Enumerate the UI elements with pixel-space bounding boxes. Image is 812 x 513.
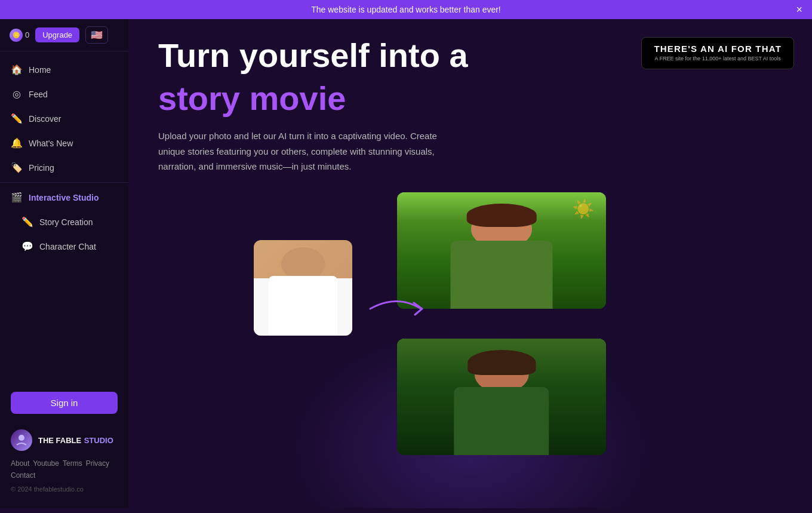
sidebar-item-pricing-label: Pricing (29, 163, 54, 173)
feed-icon: ◎ (11, 88, 23, 100)
footer-link-youtube[interactable]: Youtube (33, 459, 59, 468)
svg-point-0 (19, 435, 24, 441)
story-creation-icon: ✏️ (21, 216, 33, 228)
char-hair-top (466, 204, 537, 227)
sidebar-nav: 🏠 Home ◎ Feed ✏️ Discover 🔔 What's New 🏷… (0, 51, 128, 386)
sidebar-item-interactive-studio[interactable]: 🎬 Interactive Studio (0, 185, 128, 210)
brand-name: THE FABLE STUDIO (38, 435, 113, 446)
footer-links: About Youtube Terms Privacy Contact (0, 457, 128, 482)
result-photo-2 (397, 339, 606, 455)
footer-link-terms[interactable]: Terms (63, 459, 82, 468)
pricing-icon: 🏷️ (11, 162, 23, 173)
copyright-text: © 2024 thefablestudio.co (0, 482, 128, 496)
main-content: THERE'S AN AI FOR THAT A FREE site for t… (128, 19, 812, 508)
ai-badge-title: THERE'S AN AI FOR THAT (654, 44, 782, 54)
nav-divider (0, 182, 128, 183)
sign-in-button[interactable]: Sign in (11, 392, 118, 414)
sidebar: 🪙 0 Upgrade 🇺🇸 🏠 Home ◎ Feed ✏️ Discover… (0, 19, 128, 508)
announcement-bar: The website is updated and works better … (0, 0, 812, 19)
footer-link-privacy[interactable]: Privacy (86, 459, 109, 468)
char-body-2 (454, 387, 549, 455)
upgrade-button[interactable]: Upgrade (35, 27, 79, 42)
sidebar-item-pricing[interactable]: 🏷️ Pricing (0, 155, 128, 180)
ai-badge-subtitle: A FREE site for the 11,000+ latest and B… (654, 55, 782, 63)
brand-name-suffix: STUDIO (84, 436, 113, 445)
image-showcase: ☀️ (158, 192, 788, 455)
sidebar-item-feed-label: Feed (29, 90, 48, 99)
char-hair-2 (467, 350, 536, 375)
whats-new-icon: 🔔 (11, 137, 23, 149)
character-2 (433, 350, 570, 455)
main-layout: 🪙 0 Upgrade 🇺🇸 🏠 Home ◎ Feed ✏️ Discover… (0, 19, 812, 508)
source-photo (254, 240, 352, 336)
footer-link-contact[interactable]: Contact (11, 471, 35, 480)
sidebar-item-home-label: Home (29, 65, 51, 75)
interactive-studio-icon: 🎬 (11, 192, 23, 203)
sun-glow: ☀️ (572, 198, 594, 219)
ai-badge[interactable]: THERE'S AN AI FOR THAT A FREE site for t… (641, 37, 794, 69)
brand-logo (11, 429, 32, 451)
language-flag-button[interactable]: 🇺🇸 (85, 26, 108, 44)
character-1 (429, 204, 575, 309)
hero-subtitle: Upload your photo and let our AI turn it… (158, 128, 457, 174)
result-photo-1: ☀️ (397, 192, 606, 309)
discover-icon: ✏️ (11, 113, 23, 124)
coin-icon: 🪙 (10, 29, 23, 42)
footer-link-about[interactable]: About (11, 459, 29, 468)
forest-background-2 (397, 339, 606, 455)
sidebar-item-character-chat[interactable]: 💬 Character Chat (0, 234, 128, 259)
announcement-text: The website is updated and works better … (311, 5, 501, 14)
sidebar-item-feed[interactable]: ◎ Feed (0, 82, 128, 106)
person-silhouette (254, 240, 352, 336)
coin-count: 0 (25, 30, 29, 39)
sidebar-item-interactive-studio-label: Interactive Studio (29, 193, 99, 202)
transform-arrow (367, 291, 427, 327)
sidebar-item-character-chat-label: Character Chat (39, 242, 96, 251)
coin-display: 🪙 0 (10, 29, 29, 42)
brand-section: THE FABLE STUDIO (0, 420, 128, 457)
sidebar-item-home[interactable]: 🏠 Home (0, 57, 128, 82)
sidebar-item-whats-new-label: What's New (29, 139, 73, 148)
sidebar-item-discover-label: Discover (29, 114, 61, 124)
char-body (450, 241, 553, 309)
brand-name-prefix: THE FABLE (38, 436, 81, 445)
character-chat-icon: 💬 (21, 241, 33, 252)
sidebar-item-discover[interactable]: ✏️ Discover (0, 106, 128, 131)
sidebar-item-story-creation[interactable]: ✏️ Story Creation (0, 210, 128, 234)
forest-background-1: ☀️ (397, 192, 606, 309)
sidebar-header: 🪙 0 Upgrade 🇺🇸 (0, 19, 128, 51)
announcement-close-button[interactable]: × (796, 4, 802, 15)
sidebar-item-whats-new[interactable]: 🔔 What's New (0, 131, 128, 155)
ai-badge-content: THERE'S AN AI FOR THAT A FREE site for t… (654, 44, 782, 63)
hero-title-line2: story movie (158, 80, 788, 117)
sidebar-item-story-creation-label: Story Creation (39, 217, 93, 227)
home-icon: 🏠 (11, 64, 23, 75)
